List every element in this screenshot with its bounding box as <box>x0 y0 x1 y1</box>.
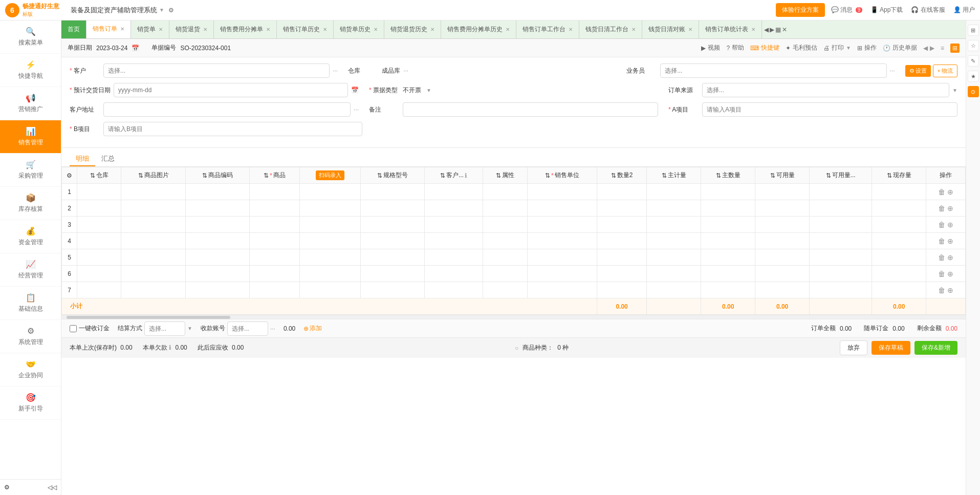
row-1-product[interactable] <box>250 184 299 200</box>
settlement-arrow[interactable]: ▼ <box>187 326 192 331</box>
row-3-copy-icon[interactable]: ⊕ <box>947 221 953 229</box>
customer-more-icon[interactable]: ··· <box>333 67 338 74</box>
tab-detail[interactable]: 明细 <box>70 152 95 166</box>
sidebar-item-system[interactable]: ⚙ 系统管理 <box>0 320 61 353</box>
sidebar-item-finance[interactable]: 💰 资金管理 <box>0 220 61 253</box>
prev-record-icon[interactable]: ◀ <box>923 45 928 52</box>
sidebar-item-marketing[interactable]: 📢 营销推广 <box>0 87 61 120</box>
calendar-icon[interactable]: 📅 <box>132 45 139 52</box>
row-6-delete-icon[interactable]: 🗑 <box>938 270 945 278</box>
sidebar-item-guide[interactable]: 🎯 新手引导 <box>0 386 61 420</box>
save-draft-button[interactable]: 保存草稿 <box>872 341 910 355</box>
tab-daily-workbench[interactable]: 钱货日清工作台 ✕ <box>579 20 642 39</box>
row-2-code[interactable] <box>185 200 250 217</box>
row-2-current[interactable] <box>872 200 926 217</box>
sidebar-settings-icon[interactable]: ⚙ <box>4 484 10 491</box>
print-dropdown-arrow[interactable]: ▼ <box>846 45 851 51</box>
right-icon-star[interactable]: ☆ <box>968 40 979 51</box>
right-icon-orange[interactable]: ⊙ <box>968 86 979 97</box>
sidebar-item-operations[interactable]: 📈 经营管理 <box>0 253 61 287</box>
app-download-link[interactable]: 📱 App下载 <box>870 6 903 14</box>
tab-prev-button[interactable]: ◀ <box>764 26 769 33</box>
row-2-delete-icon[interactable]: 🗑 <box>938 204 945 212</box>
tab-sales-order[interactable]: 销售订单 ✕ <box>86 20 131 39</box>
tab-daily-workbench-close[interactable]: ✕ <box>631 27 636 32</box>
right-icon-favorite[interactable]: ★ <box>968 71 979 82</box>
industry-solution-button[interactable]: 体验行业方案 <box>776 3 825 17</box>
row-5-delete-icon[interactable]: 🗑 <box>938 253 945 262</box>
scan-input-button[interactable]: 扫码录入 <box>316 170 344 180</box>
row-1-scan[interactable] <box>299 184 360 200</box>
toolbar-help[interactable]: ? 帮助 <box>726 44 744 52</box>
remark-input[interactable] <box>403 102 658 117</box>
tab-sales-return-close[interactable]: ✕ <box>203 27 207 32</box>
settlement-input[interactable] <box>144 321 185 336</box>
row-2-scan[interactable] <box>299 200 360 217</box>
salesperson-more-icon[interactable]: ··· <box>890 67 895 74</box>
tab-invoice-history-close[interactable]: ✕ <box>374 27 378 32</box>
row-1-code[interactable] <box>185 184 250 200</box>
sidebar-item-inventory[interactable]: 📦 库存核算 <box>0 187 61 220</box>
add-button[interactable]: ⊕ 添加 <box>303 324 322 333</box>
toolbar-video[interactable]: ▶ 视频 <box>701 44 720 52</box>
row-1-image[interactable] <box>121 184 186 200</box>
sidebar-item-search[interactable]: 🔍 搜索菜单 <box>0 20 61 54</box>
discard-button[interactable]: 放弃 <box>840 340 867 355</box>
row-1-warehouse[interactable] <box>77 184 121 200</box>
tab-sales-return[interactable]: 销货退货 ✕ <box>169 20 214 39</box>
tab-order-workbench-close[interactable]: ✕ <box>569 27 573 32</box>
row-5-copy-icon[interactable]: ⊕ <box>947 253 953 262</box>
toolbar-shortcut[interactable]: ⌨ 快捷键 <box>750 44 779 52</box>
message-icon-area[interactable]: 💬 消息 9 <box>831 6 862 14</box>
row-2-qty2[interactable] <box>597 200 646 217</box>
tab-order-history[interactable]: 销售订单历史 ✕ <box>277 20 334 39</box>
toolbar-operations[interactable]: ⊞ 操作 <box>857 44 877 52</box>
settings-button[interactable]: ⚙ 设置 <box>905 65 931 77</box>
row-2-product[interactable] <box>250 200 299 217</box>
invoice-dropdown-arrow[interactable]: ▼ <box>426 88 431 93</box>
row-1-delete-icon[interactable]: 🗑 <box>938 188 945 196</box>
scrollbar-area[interactable] <box>61 315 966 319</box>
tab-order-stats[interactable]: 销售订单统计表 ✕ <box>699 20 762 39</box>
order-source-input[interactable] <box>702 83 949 97</box>
tab-daily-reconcile-close[interactable]: ✕ <box>688 27 692 32</box>
tab-expense-history-close[interactable]: ✕ <box>506 27 510 32</box>
row-2-spec[interactable] <box>360 200 425 217</box>
table-view-icon[interactable]: ⊞ <box>950 44 960 53</box>
row-1-customer-code[interactable] <box>425 184 483 200</box>
grid-view-icon[interactable]: ≡ <box>941 45 944 52</box>
th-gear[interactable]: ⚙ <box>62 167 77 184</box>
toolbar-history[interactable]: 🕐 历史单据 <box>883 44 917 52</box>
row-2-copy-icon[interactable]: ⊕ <box>947 204 953 212</box>
tab-close-all-button[interactable]: ✕ <box>782 26 787 33</box>
toolbar-print[interactable]: 🖨 打印 ▼ <box>823 44 851 52</box>
add-material-button[interactable]: + 物流 <box>933 64 957 77</box>
tab-expense-split-close[interactable]: ✕ <box>266 27 270 32</box>
address-input[interactable] <box>103 102 351 117</box>
row-2-warehouse[interactable] <box>77 200 121 217</box>
row-1-available[interactable] <box>755 184 810 200</box>
quick-deposit-checkbox[interactable] <box>70 325 77 332</box>
warehouse-more-icon[interactable]: ··· <box>403 67 408 74</box>
tab-return-history[interactable]: 销货退货历史 ✕ <box>384 20 441 39</box>
tab-invoice[interactable]: 销货单 ✕ <box>131 20 169 39</box>
row-2-main-qty[interactable] <box>701 200 755 217</box>
right-icon-settings[interactable]: ⊞ <box>968 25 979 36</box>
row-1-current[interactable] <box>872 184 926 200</box>
save-new-button[interactable]: 保存&新增 <box>914 341 957 355</box>
tab-invoice-history[interactable]: 销货单历史 ✕ <box>334 20 384 39</box>
customer-input[interactable] <box>103 63 330 78</box>
row-1-main-qty[interactable] <box>701 184 755 200</box>
settings-gear-icon[interactable]: ⚙ <box>168 7 174 14</box>
sidebar-item-quicknav[interactable]: ⚡ 快捷导航 <box>0 54 61 87</box>
tab-expense-history[interactable]: 销售费用分摊单历史 ✕ <box>441 20 516 39</box>
row-6-copy-icon[interactable]: ⊕ <box>947 270 953 278</box>
tab-home[interactable]: 首页 <box>61 20 86 39</box>
row-1-unit[interactable] <box>527 184 597 200</box>
online-service-link[interactable]: 🎧 在线客服 <box>911 6 945 14</box>
next-record-icon[interactable]: ▶ <box>930 45 934 52</box>
a-project-input[interactable] <box>702 102 957 117</box>
row-1-copy-icon[interactable]: ⊕ <box>947 188 953 196</box>
toolbar-profit[interactable]: ✦ 毛利预估 <box>786 44 817 52</box>
right-icon-edit[interactable]: ✎ <box>968 55 979 67</box>
